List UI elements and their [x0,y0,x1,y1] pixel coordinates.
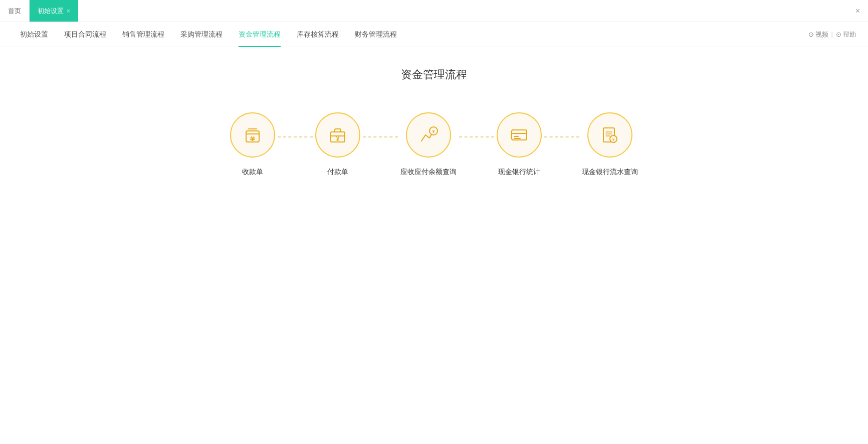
close-window-icon[interactable]: × [855,7,860,16]
nav-item-initial-setup[interactable]: 初始设置 [12,22,56,47]
svg-text:¥: ¥ [336,135,340,142]
connector-2 [360,136,400,153]
help-link[interactable]: ⊙ 帮助 [836,30,856,39]
flow-item-payment[interactable]: ¥ 付款单 [315,112,360,177]
flow-circle-bank-stat [497,112,542,158]
help-icon: ⊙ [836,31,841,38]
flow-item-balance[interactable]: ¥ 应收应付余额查询 [400,112,457,177]
flow-label-bank-flow: 现金银行流水查询 [582,168,638,177]
nav-item-inventory[interactable]: 库存核算流程 [289,22,347,47]
home-tab[interactable]: 首页 [0,0,30,22]
video-link[interactable]: ⊙ 视频 [808,30,828,39]
flow-circle-balance: ¥ [406,112,451,158]
nav-bar: 初始设置 项目合同流程 销售管理流程 采购管理流程 资金管理流程 库存核算流程 … [0,22,868,47]
nav-item-purchase[interactable]: 采购管理流程 [172,22,231,47]
main-content: 资金管理流程 ¥ 收款单 [0,47,868,197]
nav-item-sales[interactable]: 销售管理流程 [114,22,172,47]
nav-item-finance[interactable]: 财务管理流程 [347,22,405,47]
flow-circle-payment: ¥ [315,112,360,158]
flow-label-receipt: 收款单 [242,168,263,177]
tab-close-icon[interactable]: × [67,8,70,15]
svg-text:¥: ¥ [612,137,615,142]
connector-4 [542,136,582,153]
flow-label-payment: 付款单 [327,168,348,177]
nav-right-actions: ⊙ 视频 | ⊙ 帮助 [808,30,856,39]
connector-3 [457,136,497,153]
initial-setup-tab[interactable]: 初始设置 × [30,0,78,22]
top-bar: 首页 初始设置 × × [0,0,868,22]
tab-label: 初始设置 [38,7,64,16]
page-title: 资金管理流程 [401,67,467,82]
svg-text:¥: ¥ [251,135,255,142]
nav-item-fund[interactable]: 资金管理流程 [231,22,289,47]
connector-1 [275,136,315,153]
flow-label-balance: 应收应付余额查询 [400,168,457,177]
flow-item-bank-stat[interactable]: 现金银行统计 [497,112,542,177]
nav-item-project-contract[interactable]: 项目合同流程 [56,22,114,47]
flow-circle-bank-flow: ¥ [587,112,632,158]
flow-circle-receipt: ¥ [230,112,275,158]
flow-item-receipt[interactable]: ¥ 收款单 [230,112,275,177]
window-controls: × [855,7,868,16]
flow-item-bank-flow[interactable]: ¥ 现金银行流水查询 [582,112,638,177]
nav-divider: | [831,31,833,38]
svg-text:¥: ¥ [432,129,435,134]
flow-label-bank-stat: 现金银行统计 [498,168,540,177]
flow-container: ¥ 收款单 ¥ 付款单 [230,112,638,177]
video-icon: ⊙ [808,31,814,38]
